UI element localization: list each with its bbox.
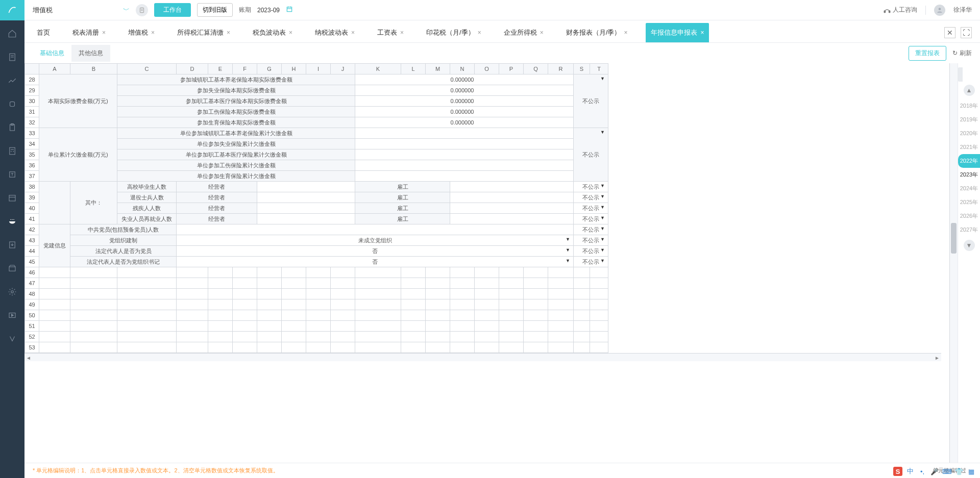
cell[interactable] [257,267,282,278]
cell[interactable] [233,310,257,321]
cell[interactable]: 0.000000 [355,74,574,85]
nav-v-icon[interactable] [0,332,24,346]
col-head-B[interactable]: B [70,64,117,74]
cell[interactable] [70,321,117,332]
row-head-47[interactable]: 47 [25,278,39,289]
row-head-41[interactable]: 41 [25,214,39,224]
cell[interactable] [499,267,524,278]
nav-text-icon[interactable] [0,167,24,182]
cell[interactable] [548,310,574,321]
cell[interactable]: 不公示 [574,203,608,214]
cell[interactable] [208,342,233,353]
cell[interactable] [548,321,574,332]
col-head-R[interactable]: R [548,64,574,74]
row-head-40[interactable]: 40 [25,203,39,214]
cell[interactable]: 雇工 [355,214,450,224]
cell[interactable] [177,321,208,332]
cell[interactable]: 高校毕业生人数 [117,182,177,192]
cell[interactable] [355,160,574,171]
cell[interactable] [401,310,426,321]
cell[interactable] [401,342,426,353]
cell[interactable]: 雇工 [355,203,450,214]
cell[interactable]: 法定代表人是否为党员 [70,246,177,257]
cell[interactable] [331,321,355,332]
tab-1[interactable]: 税表清册× [68,28,110,42]
cell[interactable] [306,310,331,321]
cell[interactable] [257,203,355,214]
row-head-42[interactable]: 42 [25,224,39,235]
cell[interactable] [499,310,524,321]
cell[interactable] [39,182,70,224]
expand-icon[interactable]: ⛶ [961,27,972,38]
cell[interactable] [282,310,306,321]
cell[interactable] [524,267,548,278]
cell[interactable] [257,342,282,353]
close-icon[interactable]: × [540,29,544,36]
cell[interactable] [450,203,574,214]
period-value[interactable]: 2023-09 [257,7,280,14]
year-2027年[interactable]: 2027年 [958,223,980,237]
help-link[interactable]: 人工咨询 [884,6,917,14]
cell[interactable] [117,321,177,332]
cell[interactable] [117,342,177,353]
year-2018年[interactable]: 2018年 [958,99,980,113]
cell[interactable] [282,332,306,342]
cell[interactable] [355,139,574,149]
tab-7[interactable]: 印花税（月/季）× [422,28,485,42]
ime-skin-icon[interactable]: 👕 [954,467,964,476]
close-icon[interactable]: × [624,29,627,36]
cell[interactable] [524,310,548,321]
tax-dropdown[interactable]: 增值税 ﹀ [33,6,130,15]
year-2019年[interactable]: 2019年 [958,113,980,127]
cell[interactable] [70,299,117,310]
close-icon[interactable]: × [227,29,230,36]
row-head-48[interactable]: 48 [25,289,39,299]
cell[interactable] [117,310,177,321]
cell[interactable] [450,332,475,342]
cell[interactable] [401,278,426,289]
cell[interactable] [208,299,233,310]
col-head-A[interactable]: A [39,64,70,74]
col-head-S[interactable]: S [574,64,590,74]
row-head-38[interactable]: 38 [25,182,39,192]
cell[interactable] [331,289,355,299]
cell[interactable] [39,299,70,310]
ime-punct-icon[interactable]: •, [918,467,927,476]
close-all-tabs-icon[interactable]: ✕ [944,27,955,38]
row-head-46[interactable]: 46 [25,267,39,278]
row-head-53[interactable]: 53 [25,342,39,353]
tab-9[interactable]: 财务报表（月/季）× [562,28,632,42]
tab-8[interactable]: 企业所得税× [500,28,548,42]
cell[interactable] [233,299,257,310]
cell[interactable] [177,278,208,289]
row-head-37[interactable]: 37 [25,171,39,182]
cell[interactable]: 雇工 [355,192,450,203]
tab-0[interactable]: 首页 [33,28,54,42]
cell[interactable] [426,310,450,321]
row-head-43[interactable]: 43 [25,235,39,246]
cell[interactable] [548,289,574,299]
cell[interactable]: 经营者 [177,182,257,192]
cell[interactable] [401,267,426,278]
cell[interactable] [355,289,401,299]
cell[interactable] [475,332,499,342]
cell[interactable] [355,267,401,278]
ime-keyboard-icon[interactable]: ⌨ [942,467,951,476]
cell[interactable] [590,310,608,321]
cell[interactable] [306,289,331,299]
row-head-35[interactable]: 35 [25,149,39,160]
cell[interactable]: 单位参加失业保险累计欠缴金额 [117,139,355,149]
cell[interactable] [257,182,355,192]
switch-old-button[interactable]: 切到旧版 [197,3,233,17]
nav-money-icon[interactable] [0,97,24,111]
cell[interactable] [499,278,524,289]
cell[interactable] [282,342,306,353]
cell[interactable] [590,289,608,299]
tab-5[interactable]: 纳税波动表× [311,28,359,42]
cell[interactable] [590,321,608,332]
cell[interactable]: 参加失业保险本期实际缴费金额 [117,85,355,96]
cell[interactable] [331,310,355,321]
ime-lang-icon[interactable]: 中 [905,467,915,476]
cell[interactable] [306,278,331,289]
cell[interactable]: 残疾人人数 [117,203,177,214]
